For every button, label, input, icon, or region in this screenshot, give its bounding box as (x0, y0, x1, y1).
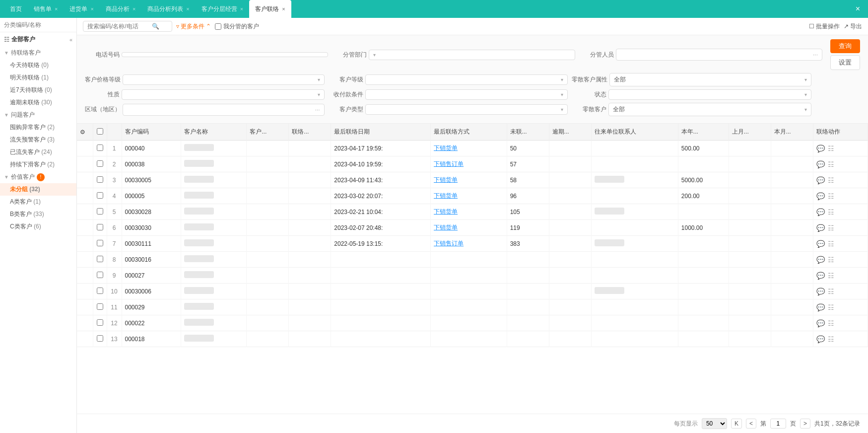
sidebar-item-7day-pending[interactable]: 近7天待联络 (0) (0, 84, 76, 96)
page-number-input[interactable] (770, 419, 786, 429)
last-method-link[interactable]: 下销货单 (434, 224, 458, 231)
nature-input[interactable]: ▾ (122, 89, 325, 100)
row-checkbox[interactable] (97, 224, 103, 230)
person-input[interactable]: ··· (616, 49, 822, 61)
grid-action-icon[interactable]: ☷ (828, 208, 834, 216)
retail-customer-input[interactable]: 全部 ▾ (608, 103, 811, 116)
grid-action-icon[interactable]: ☷ (828, 144, 834, 152)
sidebar-search-input[interactable] (4, 21, 77, 28)
sidebar-item-today-pending[interactable]: 今天待联络 (0) (0, 59, 76, 72)
grid-action-icon[interactable]: ☷ (828, 160, 834, 168)
next-page-btn[interactable]: > (800, 419, 810, 429)
row-checkbox[interactable] (97, 288, 103, 294)
status-input[interactable]: ▾ (608, 89, 811, 100)
row-checkbox[interactable] (97, 272, 103, 278)
pay-term-input[interactable]: ▾ (365, 89, 568, 100)
row-checkbox[interactable] (97, 303, 103, 310)
tab-product-list-close[interactable]: × (186, 6, 189, 12)
row-checkbox[interactable] (97, 256, 103, 262)
sidebar-item-tomorrow-pending[interactable]: 明天待联络 (1) (0, 72, 76, 84)
export-btn[interactable]: ↗ 导出 (844, 22, 862, 31)
sidebar-item-hoard-abnormal[interactable]: 囤购异常客户 (2) (0, 121, 76, 134)
sidebar-collapse-icon[interactable]: « (69, 37, 72, 43)
row-checkbox[interactable] (97, 240, 103, 246)
sidebar-item-declining[interactable]: 持续下滑客户 (2) (0, 158, 76, 171)
settings-icon[interactable]: ⚙ (80, 129, 85, 136)
tab-customer-contact-close[interactable]: × (282, 6, 285, 12)
price-level-input[interactable]: ▾ (123, 74, 325, 85)
tab-sales[interactable]: 销售单 × (28, 0, 64, 18)
sidebar-item-loss-warning[interactable]: 流失预警客户 (3) (0, 134, 76, 146)
row-checkbox[interactable] (97, 160, 103, 167)
last-method-link[interactable]: 下销货单 (434, 192, 458, 199)
chat-icon[interactable]: 💬 (816, 303, 825, 311)
tab-product-list[interactable]: 商品分析列表 × (141, 0, 195, 18)
search-icon[interactable]: 🔍 (152, 23, 159, 30)
grid-action-icon[interactable]: ☷ (828, 224, 834, 232)
last-method-link[interactable]: 下销货单 (434, 176, 458, 183)
tab-product-analysis[interactable]: 商品分析 × (100, 0, 141, 18)
row-checkbox[interactable] (97, 176, 103, 183)
tab-customer-contact[interactable]: 客户联络 × (249, 0, 291, 18)
tab-purchase-close[interactable]: × (90, 6, 93, 12)
grid-action-icon[interactable]: ☷ (828, 335, 834, 343)
chat-icon[interactable]: 💬 (816, 335, 825, 343)
tab-customer-segment[interactable]: 客户分层经营 × (196, 0, 249, 18)
retail-attr-input[interactable]: 全部 ▾ (609, 73, 811, 86)
tab-purchase[interactable]: 进货单 × (64, 0, 99, 18)
tab-home[interactable]: 首页 (4, 0, 28, 18)
chat-icon[interactable]: 💬 (816, 160, 825, 168)
grid-action-icon[interactable]: ☷ (828, 319, 834, 327)
grid-action-icon[interactable]: ☷ (828, 192, 834, 200)
row-checkbox[interactable] (97, 335, 103, 342)
chat-icon[interactable]: 💬 (816, 176, 825, 184)
chat-icon[interactable]: 💬 (816, 192, 825, 200)
sidebar-item-lost[interactable]: 已流失客户 (24) (0, 146, 76, 158)
grid-action-icon[interactable]: ☷ (828, 240, 834, 248)
chat-icon[interactable]: 💬 (816, 240, 825, 248)
grid-action-icon[interactable]: ☷ (828, 176, 834, 184)
chat-icon[interactable]: 💬 (816, 224, 825, 232)
level-input[interactable]: ▾ (365, 74, 568, 85)
last-method-link[interactable]: 下销售订单 (434, 240, 464, 247)
batch-op-btn[interactable]: ☐ 批量操作 (809, 22, 840, 31)
chat-icon[interactable]: 💬 (816, 272, 825, 280)
sidebar-item-class-b[interactable]: B类客户 (33) (0, 208, 76, 220)
my-customer-checkbox[interactable] (215, 23, 221, 30)
dept-input[interactable]: ▾ (369, 50, 575, 60)
row-checkbox[interactable] (97, 319, 103, 326)
sidebar-all-customers[interactable]: ☷ 全部客户 « (0, 32, 76, 47)
sidebar-item-class-c[interactable]: C类客户 (6) (0, 220, 76, 233)
tab-sales-close[interactable]: × (55, 6, 58, 12)
chat-icon[interactable]: 💬 (816, 208, 825, 216)
grid-action-icon[interactable]: ☷ (828, 288, 834, 295)
tab-customer-segment-close[interactable]: × (240, 6, 243, 12)
sidebar-section-pending[interactable]: ▼ 待联络客户 (0, 47, 76, 59)
type-input[interactable]: ▾ (365, 104, 568, 115)
more-conditions-btn[interactable]: ▿ 更多条件 ⌃ (176, 22, 211, 31)
sidebar-section-value[interactable]: ▼ 价值客户 ! (0, 171, 76, 183)
phone-input[interactable] (122, 52, 328, 57)
close-all-tabs[interactable]: × (852, 4, 864, 13)
grid-action-icon[interactable]: ☷ (828, 303, 834, 311)
sidebar-item-class-a[interactable]: A类客户 (1) (0, 196, 76, 208)
first-page-btn[interactable]: K (731, 419, 742, 429)
region-input[interactable]: ··· (123, 104, 325, 116)
reset-button[interactable]: 设置 (830, 55, 860, 70)
row-checkbox[interactable] (97, 192, 103, 199)
chat-icon[interactable]: 💬 (816, 144, 825, 152)
search-input[interactable] (87, 23, 152, 30)
last-method-link[interactable]: 下销货单 (434, 144, 458, 151)
chat-icon[interactable]: 💬 (816, 288, 825, 295)
row-checkbox[interactable] (97, 208, 103, 215)
grid-action-icon[interactable]: ☷ (828, 272, 834, 280)
sidebar-section-problem[interactable]: ▼ 问题客户 (0, 109, 76, 121)
select-all-checkbox[interactable] (97, 128, 103, 135)
grid-action-icon[interactable]: ☷ (828, 256, 834, 264)
sidebar-item-overdue[interactable]: 逾期未联络 (30) (0, 96, 76, 109)
tab-product-analysis-close[interactable]: × (133, 6, 135, 12)
chat-icon[interactable]: 💬 (816, 256, 825, 264)
row-checkbox[interactable] (97, 144, 103, 151)
last-method-link[interactable]: 下销货单 (434, 208, 458, 215)
sidebar-item-ungroup[interactable]: 未分组 (32) (0, 183, 76, 196)
